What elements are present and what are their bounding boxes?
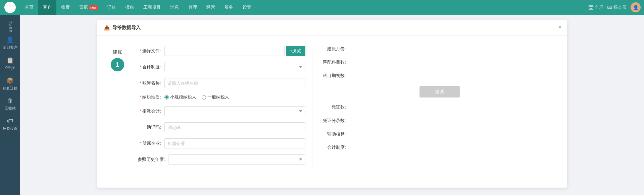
ledger-name-label: 账簿名称: xyxy=(138,80,164,86)
accounting-system-row: 会计制度: xyxy=(138,62,305,72)
sidebar-item-tag-settings[interactable]: 🏷 标签设置 xyxy=(0,114,20,134)
info-accounting-system-row: 会计制度: xyxy=(319,144,560,150)
step-circle: 1 xyxy=(111,58,124,71)
auxiliary-accounting-row: 辅助核算: xyxy=(319,131,560,137)
info-accounting-system-label: 会计制度: xyxy=(319,144,349,150)
sidebar: EaRP 👤 全部客户 📋 0申报 📦 账套迁移 🗑 回收站 🏷 标签设置 xyxy=(0,15,20,195)
auxiliary-accounting-label: 辅助核算: xyxy=(319,131,349,137)
nav-management[interactable]: 管理 xyxy=(184,0,202,15)
ref-year-label: 参照历史年度: xyxy=(138,156,168,162)
all-customers-icon: 👤 xyxy=(6,36,14,44)
svg-point-1 xyxy=(9,5,11,7)
svg-rect-2 xyxy=(589,5,590,7)
small-taxpayer-radio[interactable] xyxy=(164,95,169,100)
mnemonic-row: 助记码: xyxy=(138,122,305,132)
top-nav: 首页 客户 收费 票据 new 记账 报税 工商项目 消息 管理 经营 服务 设… xyxy=(0,0,644,15)
assigned-accountant-row: 指派会计: xyxy=(138,106,305,116)
accounting-system-label: 会计制度: xyxy=(138,64,164,70)
import-icon: 📥 xyxy=(104,25,110,30)
small-taxpayer-option[interactable]: 小规模纳税人 xyxy=(164,94,196,100)
voucher-count-label: 凭证数: xyxy=(319,104,349,110)
vip-button[interactable]: 畅会员 xyxy=(607,4,627,10)
nav-right: 全屏 畅会员 👤 xyxy=(589,2,641,12)
ledger-name-row: 账簿名称: xyxy=(138,78,305,88)
dialog-close-button[interactable]: × xyxy=(558,24,562,30)
zero-declaration-icon: 📋 xyxy=(6,57,14,64)
nav-tax[interactable]: 报税 xyxy=(120,0,139,15)
dialog: 📥 导爷数据导入 × 建账 1 选择文件: +浏览 xyxy=(97,20,567,188)
info-section: 建账月份: 匹配科目数: 科目期初数: 建账 凭证数: 凭证分录数: xyxy=(312,46,560,171)
new-badge: new xyxy=(89,5,98,10)
nav-customers[interactable]: 客户 xyxy=(38,0,56,15)
dialog-body: 建账 1 选择文件: +浏览 会计制度: xyxy=(97,36,567,181)
logo[interactable] xyxy=(3,1,17,14)
file-row: 选择文件: +浏览 xyxy=(138,46,305,56)
svg-rect-5 xyxy=(592,8,593,9)
file-input-group: +浏览 xyxy=(164,46,305,56)
sidebar-item-zero-declaration[interactable]: 📋 0申报 xyxy=(0,53,20,74)
initial-subjects-label: 科目期初数: xyxy=(319,73,349,79)
mnemonic-label: 助记码: xyxy=(138,124,164,130)
nav-messages[interactable]: 消息 xyxy=(165,0,184,15)
sidebar-item-all-customers[interactable]: 👤 全部客户 xyxy=(0,33,20,53)
earp-logo-text: EaRP xyxy=(8,21,12,33)
voucher-entries-label: 凭证分录数: xyxy=(319,118,349,124)
company-label: 所属企业: xyxy=(138,140,164,146)
accounting-month-label: 建账月份: xyxy=(319,46,349,52)
match-subjects-row: 匹配科目数: xyxy=(319,59,560,65)
tax-type-row: 纳税性质: 小规模纳税人 一般纳税人 xyxy=(138,94,305,100)
create-account-button[interactable]: 建账 xyxy=(419,86,460,97)
step-label: 建账 xyxy=(113,49,122,55)
ref-year-select[interactable] xyxy=(168,154,305,165)
tax-type-label: 纳税性质: xyxy=(138,94,164,100)
tax-type-radio-group: 小规模纳税人 一般纳税人 xyxy=(164,94,305,100)
nav-business[interactable]: 工商项目 xyxy=(139,0,165,15)
account-migration-icon: 📦 xyxy=(6,77,14,84)
nav-invoices[interactable]: 票据 new xyxy=(75,0,102,15)
nav-billing[interactable]: 收费 xyxy=(56,0,75,15)
voucher-count-row: 凭证数: xyxy=(319,104,560,110)
voucher-entries-row: 凭证分录数: xyxy=(319,118,560,124)
svg-rect-4 xyxy=(589,8,590,9)
ledger-name-input[interactable] xyxy=(164,78,305,88)
sidebar-item-recycle-bin[interactable]: 🗑 回收站 xyxy=(0,94,20,114)
nav-bookkeeping[interactable]: 记账 xyxy=(102,0,120,15)
general-taxpayer-radio[interactable] xyxy=(202,95,206,100)
form-section: 选择文件: +浏览 会计制度: 账簿名称: xyxy=(138,46,305,171)
ref-year-row: 参照历史年度: xyxy=(138,154,305,165)
file-label: 选择文件: xyxy=(138,48,164,54)
mnemonic-input[interactable] xyxy=(164,122,305,132)
nav-services[interactable]: 服务 xyxy=(220,0,238,15)
file-input[interactable] xyxy=(164,46,285,56)
browse-button[interactable]: +浏览 xyxy=(286,46,305,56)
accounting-system-select[interactable] xyxy=(164,62,305,72)
match-subjects-label: 匹配科目数: xyxy=(319,59,349,65)
initial-subjects-row: 科目期初数: xyxy=(319,73,560,79)
nav-home[interactable]: 首页 xyxy=(20,0,38,15)
company-row: 所属企业: xyxy=(138,138,305,148)
dialog-title: 导爷数据导入 xyxy=(112,25,141,31)
sidebar-item-account-migration[interactable]: 📦 账套迁移 xyxy=(0,74,20,94)
fullscreen-button[interactable]: 全屏 xyxy=(589,4,603,10)
accounting-month-row: 建账月份: xyxy=(319,46,560,52)
company-input[interactable] xyxy=(164,138,305,148)
nav-operations[interactable]: 经营 xyxy=(202,0,220,15)
assigned-accountant-select[interactable] xyxy=(164,106,305,116)
avatar[interactable]: 👤 xyxy=(631,2,641,12)
tag-settings-icon: 🏷 xyxy=(7,118,13,125)
assigned-accountant-label: 指派会计: xyxy=(138,108,164,114)
svg-rect-3 xyxy=(592,5,593,7)
dialog-header: 📥 导爷数据导入 xyxy=(97,20,567,36)
step-section: 建账 1 xyxy=(104,46,131,171)
recycle-bin-icon: 🗑 xyxy=(7,97,13,105)
general-taxpayer-option[interactable]: 一般纳税人 xyxy=(202,94,229,100)
nav-settings[interactable]: 设置 xyxy=(238,0,256,15)
main-content: 📥 导爷数据导入 × 建账 1 选择文件: +浏览 xyxy=(20,15,644,195)
